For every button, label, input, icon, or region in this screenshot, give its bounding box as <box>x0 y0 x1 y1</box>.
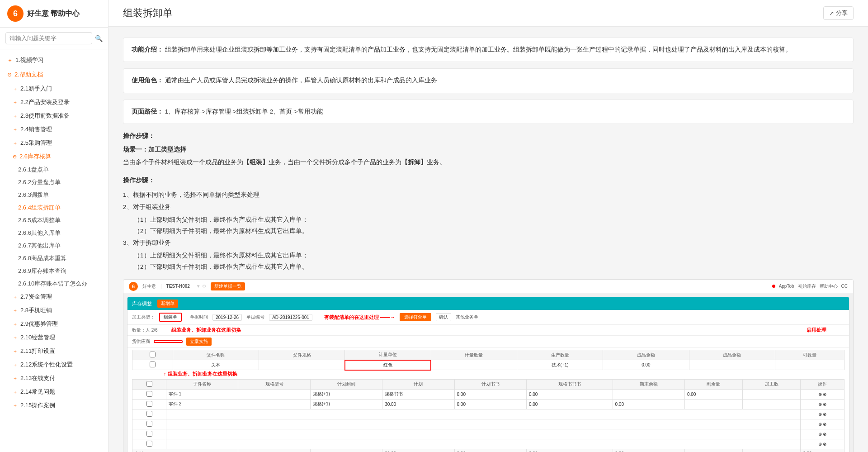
ops-steps-title: 操作步骤： <box>123 176 854 185</box>
sim-row1-check[interactable] <box>150 362 156 367</box>
sidebar-item-video-label: 1.视频学习 <box>15 56 44 64</box>
share-label: 分享 <box>836 9 848 17</box>
sidebar-item-finance[interactable]: ＋ 2.7资金管理 <box>0 290 108 304</box>
sidebar-item-install[interactable]: ＋ 2.2产品安装及登录 <box>0 95 108 109</box>
sim-chushiku: 初始库存 <box>798 283 816 290</box>
sidebar-item-newuser[interactable]: ＋ 2.1新手入门 <box>0 82 108 95</box>
ops-title: 操作步骤： <box>123 132 854 140</box>
sim-bth-balance: 期末余额 <box>613 379 684 389</box>
sim-b-row1-plan1: 规格(+1) <box>310 389 382 399</box>
sidebar-item-mobile[interactable]: ＋ 2.8手机旺铺 <box>0 304 108 317</box>
path-label: 页面路径： <box>132 108 163 115</box>
main-header: 组装拆卸单 ↗ 分享 <box>108 0 868 27</box>
sim-annotation1: 有装配清单的在这里处理 ——→ <box>324 314 395 321</box>
sim-new-doc-btn[interactable]: 新建单据一览 <box>211 282 245 290</box>
sim-bth-process: 加工数 <box>743 379 801 389</box>
sidebar-leaf-268[interactable]: 2.6.8商品成本重算 <box>0 252 108 265</box>
step-2: 2、对于组装业务 <box>123 201 854 213</box>
plus-icon-newuser: ＋ <box>13 86 18 92</box>
sidebar-item-purchase[interactable]: ＋ 2.5采购管理 <box>0 136 108 150</box>
intro-text: 组装拆卸单用来处理企业组装或拆卸等加工业务，支持有固定装配清单的产品加工业务，也… <box>165 46 792 53</box>
sidebar-item-mgmt-label: 2.10经营管理 <box>20 333 55 342</box>
scene1-desc: 当由多个子件材料组装成一个成品的业务为【组装】业务，当由一个父件拆分成多个子产品… <box>123 157 854 168</box>
sidebar-leaf-262[interactable]: 2.6.2分量盘点单 <box>0 176 108 189</box>
sim-th-parent-name: 父件名称 <box>173 350 259 360</box>
sim-bottom-check-all[interactable] <box>146 381 152 387</box>
sidebar-item-inventory[interactable]: ⊖ 2.6库存核算 <box>0 150 108 163</box>
sidebar-item-inventory-label: 2.6库存核算 <box>19 152 51 161</box>
sidebar-item-coupon-label: 2.9优惠券管理 <box>20 320 58 328</box>
sim-b-row4-check[interactable] <box>146 421 152 427</box>
sidebar-item-sales[interactable]: ＋ 2.4销售管理 <box>0 123 108 136</box>
sim-bottom-table: 子件名称 规格型号 计划到到 计划 计划书书 规格书书书 期末余额 剩余量 加工… <box>132 379 844 452</box>
sidebar-leaf-269[interactable]: 2.6.9库存账本查询 <box>0 265 108 277</box>
sidebar-item-sales-label: 2.4销售管理 <box>20 125 52 133</box>
sidebar-item-docs-label: 2.帮助文档 <box>14 71 43 79</box>
sim-b-row2-name: 零件 2 <box>166 399 238 409</box>
sim-bottom-row-1: 零件 1 规格(+1) 规格书书 0.00 0.00 0.00 ⊕ ⊗ <box>132 389 844 399</box>
sim-b-row3-check[interactable] <box>146 411 152 417</box>
sidebar-item-purchase-label: 2.5采购管理 <box>20 139 52 147</box>
sidebar-item-print[interactable]: ＋ 2.11打印设置 <box>0 344 108 358</box>
sidebar-leaf-266[interactable]: 2.6.6其他入库单 <box>0 227 108 239</box>
sidebar-item-video[interactable]: ＋ 1.视频学习 <box>0 53 108 67</box>
plus-icon-sysconfig: ＋ <box>13 362 18 368</box>
sidebar-item-mgmt[interactable]: ＋ 2.10经营管理 <box>0 331 108 344</box>
sidebar-item-payment[interactable]: ＋ 2.13在线支付 <box>0 371 108 385</box>
step-2-2: （2）下部明细为子件明细，最终作为原材料生成其它出库单。 <box>123 225 854 237</box>
sim-b-row1-spec <box>238 389 310 399</box>
sim-b-row1-check[interactable] <box>146 391 152 397</box>
sidebar-item-cases[interactable]: ＋ 2.15操作案例 <box>0 399 108 412</box>
sim-row1-unit: 红色 <box>345 360 431 370</box>
sim-b-row5-check[interactable] <box>146 431 152 437</box>
sim-add-tab[interactable]: 新增单 <box>157 300 178 308</box>
sim-b-row2-check[interactable] <box>146 401 152 407</box>
sidebar-item-sysconfig[interactable]: ＋ 2.12系统个性化设置 <box>0 358 108 371</box>
sim-helpcenter: 帮助中心 <box>820 283 838 290</box>
sim-b-row6-check[interactable] <box>146 441 152 447</box>
sidebar-leaf-267[interactable]: 2.6.7其他出库单 <box>0 239 108 252</box>
sidebar-item-coupon[interactable]: ＋ 2.9优惠券管理 <box>0 317 108 331</box>
sidebar-leaf-263[interactable]: 2.6.3调拨单 <box>0 189 108 201</box>
sidebar-leaf-261[interactable]: 2.6.1盘点单 <box>0 163 108 176</box>
sim-type-value: 组装单 <box>159 313 182 322</box>
sim-b-row2-process <box>743 399 801 409</box>
sim-annotation4: 启用处理 <box>807 327 826 333</box>
search-input[interactable] <box>5 32 92 44</box>
sim-select-form-btn[interactable]: 选择符合单 <box>400 313 431 321</box>
sim-b-row2-spec2: 0.00 <box>526 399 613 409</box>
sim-annotation3: ↑ 组装业务、拆卸业务在这里切换 <box>164 371 237 376</box>
sidebar-item-faq[interactable]: ＋ 2.14常见问题 <box>0 385 108 399</box>
sim-bth-plan3: 计划书书 <box>454 379 526 389</box>
sidebar-leaf-264[interactable]: 2.6.4组装拆卸单 <box>0 201 108 214</box>
share-button[interactable]: ↗ 分享 <box>823 6 854 20</box>
sidebar-item-docs[interactable]: ⊖ 2.帮助文档 <box>0 67 108 82</box>
sim-th-checkbox <box>132 350 173 360</box>
plus-icon-mobile: ＋ <box>13 307 18 314</box>
sim-choose-supplier[interactable]: 立案实施 <box>186 338 212 346</box>
sim-b-row2-plan2: 30.00 <box>382 399 454 409</box>
sidebar-item-dataprep[interactable]: ＋ 2.3使用前数据准备 <box>0 109 108 123</box>
minus-icon-docs: ⊖ <box>7 71 12 78</box>
sidebar-leaf-2610[interactable]: 2.6.10库存账本错了怎么办 <box>0 277 108 290</box>
sim-b-row1-spec2: 0.00 <box>526 389 613 399</box>
plus-icon-finance: ＋ <box>13 294 18 300</box>
sidebar-item-sysconfig-label: 2.12系统个性化设置 <box>20 361 73 369</box>
plus-icon-mgmt: ＋ <box>13 334 18 341</box>
search-button[interactable]: 🔍 <box>95 35 103 42</box>
step-3-1: （1）上部明细为父件明细，最终作为原材料生成其它出库单； <box>123 250 854 262</box>
sidebar-item-faq-label: 2.14常见问题 <box>20 388 55 396</box>
logo-icon: 6 <box>7 5 24 22</box>
sim-check-all[interactable] <box>150 352 156 357</box>
sim-no-label: 单据编号 <box>246 314 264 320</box>
sidebar-leaf-265[interactable]: 2.6.5成本调整单 <box>0 214 108 227</box>
nav-group-docs: ⊖ 2.帮助文档 ＋ 2.1新手入门 ＋ 2.2产品安装及登录 ＋ 2.3使用前… <box>0 67 108 412</box>
sim-doc-id: TEST-H002 <box>166 284 190 289</box>
sim-no-value: AD-20191226-001 <box>269 314 312 321</box>
sim-bottom-row-5: ⊕ ⊗ <box>132 429 844 439</box>
sidebar-item-install-label: 2.2产品安装及登录 <box>20 98 70 106</box>
sim-other-action: 其他业务单 <box>456 314 478 320</box>
sim-apptob: AppTob <box>779 284 794 289</box>
sim-logo: 6 <box>129 282 138 291</box>
role-label: 使用角色： <box>132 77 163 84</box>
